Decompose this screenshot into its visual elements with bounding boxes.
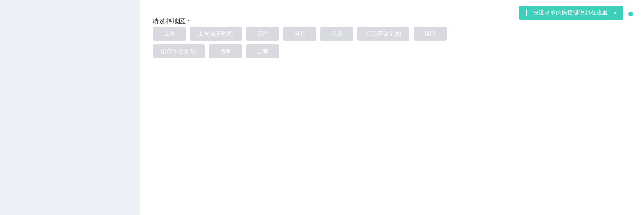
tooltip-dot [628, 12, 633, 16]
region-buttons-row1: 上海 上海(电子税局) 天津 河北 江苏 浙江(不含宁波) 厦门 [153, 27, 606, 41]
region-btn-shanghai-etax[interactable]: 上海(电子税局) [190, 27, 242, 41]
region-buttons-row2: 山东(不含青岛) 海南 云南 [153, 44, 279, 58]
region-btn-hainan[interactable]: 海南 [209, 44, 242, 58]
region-btn-yunnan[interactable]: 云南 [246, 44, 279, 58]
region-btn-hebei[interactable]: 河北 [283, 27, 316, 41]
region-btn-jiangsu[interactable]: 江苏 [320, 27, 353, 41]
region-btn-tianjin[interactable]: 天津 [246, 27, 279, 41]
main-content: 快速录单的快捷键说明在这里 × 请选择地区： 上海 上海(电子税局) 天津 河北… [140, 0, 644, 215]
sidebar [0, 0, 140, 215]
region-btn-xiamen[interactable]: 厦门 [414, 27, 447, 41]
region-btn-shandong[interactable]: 山东(不含青岛) [153, 44, 205, 58]
close-icon[interactable]: × [613, 9, 617, 16]
region-label: 请选择地区： [153, 17, 192, 26]
region-btn-shanghai[interactable]: 上海 [153, 27, 186, 41]
tooltip-text: 快速录单的快捷键说明在这里 [533, 9, 608, 16]
tooltip-banner: 快速录单的快捷键说明在这里 × [519, 6, 623, 20]
region-btn-zhejiang[interactable]: 浙江(不含宁波) [357, 27, 410, 41]
tooltip-bar-icon [526, 9, 527, 16]
